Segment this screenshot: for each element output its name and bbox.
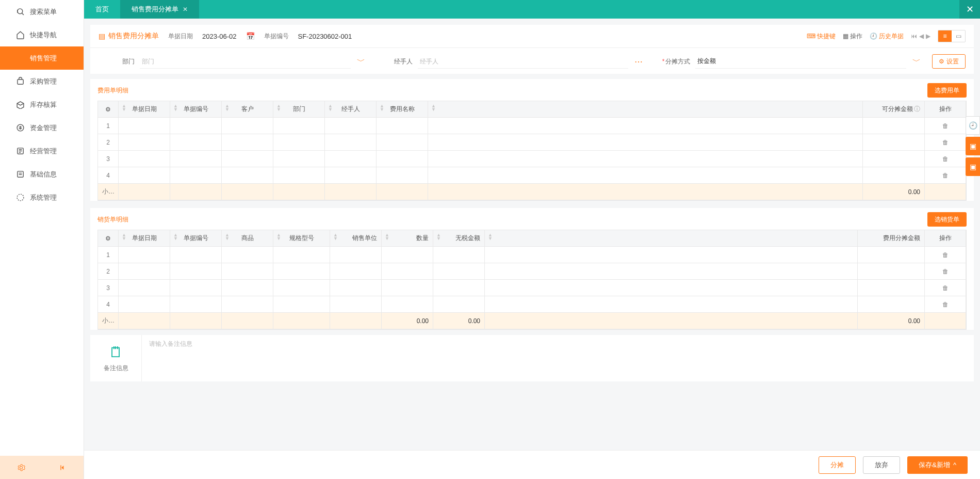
table-row[interactable]: 4🗑 xyxy=(98,296,966,313)
svg-rect-8 xyxy=(60,465,61,470)
delete-icon[interactable]: 🗑 xyxy=(942,284,949,292)
col-no[interactable]: ▲▼单据编号 xyxy=(170,230,222,247)
subtotal-row: 小计0.000.000.00 xyxy=(98,313,966,329)
close-icon[interactable]: ✕ xyxy=(183,6,188,13)
view-list[interactable]: ≡ xyxy=(938,30,952,42)
sidebar-label: 快捷导航 xyxy=(30,30,57,40)
table-row[interactable]: 3🗑 xyxy=(98,280,966,296)
footer-bar: 分摊 放弃 保存&新增 ^ xyxy=(84,450,980,479)
sidebar-item-system[interactable]: 系统管理 xyxy=(0,186,84,209)
fee-table: ⚙ ▲▼单据日期 ▲▼单据编号 ▲▼客户 ▲▼部门 ▲▼经手人 ▲▼费用名称 ▲… xyxy=(97,101,967,201)
col-gear[interactable]: ⚙ xyxy=(98,101,119,118)
select-sale-button[interactable]: 选销货单 xyxy=(927,212,967,227)
handler-label: 经手人 xyxy=(377,57,413,66)
docno-label: 单据编号 xyxy=(264,32,289,41)
sidebar-item-search[interactable]: 搜索菜单 xyxy=(0,0,84,23)
more-icon[interactable]: ⋯ xyxy=(633,57,644,67)
pager-next[interactable]: ▶ xyxy=(926,33,930,40)
side-tab-clock[interactable]: 🕘 xyxy=(966,116,980,135)
pager-first[interactable]: ⏮ xyxy=(911,33,917,40)
table-row[interactable]: 3🗑 xyxy=(98,151,966,167)
delete-icon[interactable]: 🗑 xyxy=(942,122,949,130)
search-icon xyxy=(15,7,25,17)
delete-icon[interactable]: 🗑 xyxy=(942,301,949,308)
col-product[interactable]: ▲▼商品 xyxy=(222,230,273,247)
col-gear[interactable]: ⚙ xyxy=(98,230,119,247)
save-new-button[interactable]: 保存&新增 ^ xyxy=(907,456,968,474)
col-dept[interactable]: ▲▼部门 xyxy=(273,101,325,118)
col-alloc[interactable]: 可分摊金额ⓘ xyxy=(863,101,925,118)
col-amount[interactable]: ▲▼无税金额 xyxy=(433,230,485,247)
side-tab-b[interactable]: ▣ xyxy=(966,157,980,176)
svg-point-0 xyxy=(17,9,22,14)
chevron-down-icon[interactable]: ﹀ xyxy=(356,56,366,67)
table-row[interactable]: 4🗑 xyxy=(98,167,966,184)
docno-value: SF-20230602-001 xyxy=(298,33,352,40)
discard-button[interactable]: 放弃 xyxy=(863,456,900,474)
sidebar: 搜索菜单 快捷导航 销售管理 采购管理 库存核算 资金管理 经营管理 基础信息 xyxy=(0,0,84,479)
doc-title-text: 销售费用分摊单 xyxy=(108,31,159,41)
biz-icon xyxy=(15,147,25,156)
sidebar-item-stock[interactable]: 库存核算 xyxy=(0,93,84,116)
sale-table-body: 1🗑2🗑3🗑4🗑小计0.000.000.00 xyxy=(98,247,966,329)
col-feename[interactable]: ▲▼费用名称 xyxy=(377,101,428,118)
handler-input[interactable] xyxy=(418,54,629,69)
allocate-button[interactable]: 分摊 xyxy=(819,456,856,474)
section-title: 销货单明细 xyxy=(97,215,128,224)
method-input[interactable] xyxy=(695,54,906,69)
col-date[interactable]: ▲▼单据日期 xyxy=(119,230,170,247)
tab-home[interactable]: 首页 xyxy=(84,0,120,19)
sidebar-item-biz[interactable]: 经营管理 xyxy=(0,139,84,163)
sidebar-item-purchase[interactable]: 采购管理 xyxy=(0,70,84,93)
col-qty[interactable]: ▲▼数量 xyxy=(382,230,433,247)
sidebar-label: 销售管理 xyxy=(30,54,57,63)
col-handler[interactable]: ▲▼经手人 xyxy=(325,101,377,118)
collapse-button[interactable] xyxy=(42,464,84,472)
section-sale-detail: 销货单明细 选销货单 ⚙ ▲▼单据日期 ▲▼单据编号 ▲▼商品 ▲▼规格型号 ▲… xyxy=(90,208,974,330)
remark-input[interactable] xyxy=(149,340,967,347)
select-fee-button[interactable]: 选费用单 xyxy=(927,83,967,98)
method-label: *分摊方式 xyxy=(654,57,690,66)
calendar-icon[interactable]: 📅 xyxy=(246,32,255,40)
col-spec[interactable]: ▲▼规格型号 xyxy=(273,230,330,247)
date-label: 单据日期 xyxy=(168,32,193,41)
view-card[interactable]: ▭ xyxy=(952,30,965,42)
tab-current[interactable]: 销售费用分摊单 ✕ xyxy=(120,0,199,19)
tabbar-close-button[interactable]: ✕ xyxy=(959,0,980,19)
help-icon[interactable]: ⓘ xyxy=(914,105,920,113)
pager-prev[interactable]: ◀ xyxy=(919,33,924,40)
col-no[interactable]: ▲▼单据编号 xyxy=(170,101,222,118)
dept-input[interactable] xyxy=(140,54,351,69)
table-row[interactable]: 2🗑 xyxy=(98,263,966,280)
date-value[interactable]: 2023-06-02 xyxy=(202,33,237,40)
chevron-down-icon[interactable]: ﹀ xyxy=(911,56,922,67)
ops-link[interactable]: ▦ 操作 xyxy=(843,32,862,41)
col-cust[interactable]: ▲▼客户 xyxy=(222,101,273,118)
delete-icon[interactable]: 🗑 xyxy=(942,155,949,163)
col-op: 操作 xyxy=(925,101,966,118)
col-date[interactable]: ▲▼单据日期 xyxy=(119,101,170,118)
col-feealloc[interactable]: 费用分摊金额 xyxy=(858,230,925,247)
history-link[interactable]: 🕘 历史单据 xyxy=(870,32,904,41)
sidebar-label: 采购管理 xyxy=(30,77,57,86)
doc-icon: ▤ xyxy=(99,32,105,40)
dept-label: 部门 xyxy=(99,57,135,66)
col-unit[interactable]: ▲▼销售单位 xyxy=(330,230,382,247)
table-row[interactable]: 1🗑 xyxy=(98,247,966,263)
field-handler: 经手人 ⋯ xyxy=(377,54,644,69)
delete-icon[interactable]: 🗑 xyxy=(942,268,949,275)
shortcut-link[interactable]: ⌨ 快捷键 xyxy=(807,32,836,41)
sidebar-item-baseinfo[interactable]: 基础信息 xyxy=(0,163,84,186)
sidebar-item-nav[interactable]: 快捷导航 xyxy=(0,23,84,46)
main: 首页 销售费用分摊单 ✕ ✕ ▤ 销售费用分摊单 单据日期 2023-06-02… xyxy=(84,0,980,479)
sidebar-item-funds[interactable]: 资金管理 xyxy=(0,116,84,139)
settings-button[interactable] xyxy=(0,464,42,472)
side-tab-a[interactable]: ▣ xyxy=(966,137,980,155)
sidebar-item-sales[interactable]: 销售管理 xyxy=(0,46,84,70)
delete-icon[interactable]: 🗑 xyxy=(942,172,949,179)
delete-icon[interactable]: 🗑 xyxy=(942,251,949,259)
settings-button[interactable]: ⚙ 设置 xyxy=(932,54,966,69)
table-row[interactable]: 2🗑 xyxy=(98,134,966,151)
delete-icon[interactable]: 🗑 xyxy=(942,139,949,146)
table-row[interactable]: 1🗑 xyxy=(98,118,966,134)
